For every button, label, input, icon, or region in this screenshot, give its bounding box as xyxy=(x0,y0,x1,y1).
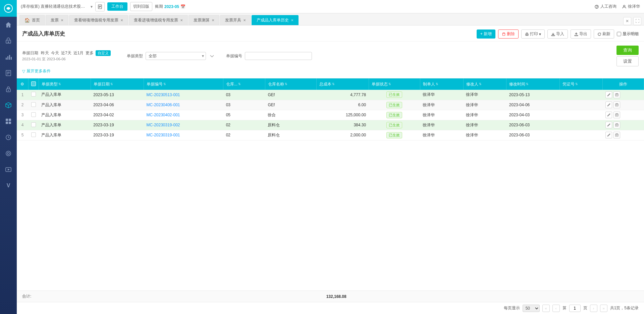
history-mode-button[interactable]: 切到旧版 xyxy=(130,2,152,11)
th-doc-status[interactable]: 单据状态 ⇅ xyxy=(369,78,420,90)
sidebar-item-more1[interactable] xyxy=(0,129,17,145)
sidebar-item-lock[interactable] xyxy=(0,81,17,97)
workbench-button[interactable]: 工作台 xyxy=(107,2,127,11)
support-button[interactable]: 人工咨询 xyxy=(594,4,616,9)
cell-docno-0[interactable]: MC-20230513-001 xyxy=(144,90,223,100)
th-settings[interactable]: ⚙ xyxy=(17,78,28,90)
tab-sales-vat-close[interactable]: ✕ xyxy=(120,18,123,22)
row-actions-3 xyxy=(605,122,641,128)
tab-invoice-open[interactable]: 发票开具 ✕ xyxy=(220,15,251,25)
cell-docno-1[interactable]: MC-20230406-001 xyxy=(144,100,223,110)
th-modify-time[interactable]: 修改时间 ⇅ xyxy=(506,78,559,90)
app-logo[interactable] xyxy=(0,0,17,17)
row-checkbox-4[interactable] xyxy=(31,132,36,137)
cell-docno-3[interactable]: MC-20230319-002 xyxy=(144,120,223,130)
query-button[interactable]: 查询 xyxy=(616,46,639,55)
company-dropdown-icon[interactable]: ▾ xyxy=(91,4,93,9)
delete-button[interactable]: 删除 xyxy=(498,29,519,39)
page-go-label: 算 xyxy=(562,305,567,311)
sidebar-item-home[interactable] xyxy=(0,17,17,33)
filter-doctype-select-wrap: 全部 产品入库单 xyxy=(146,52,206,60)
filter-more[interactable]: 更多 xyxy=(86,50,94,56)
refresh-button[interactable]: 刷新 xyxy=(594,29,614,39)
tab-invoice-calc-close[interactable]: ✕ xyxy=(212,18,214,22)
export-button[interactable]: 导出 xyxy=(571,29,591,39)
th-voucher-no[interactable]: 凭证号 ⇅ xyxy=(559,78,603,90)
th-warehouse[interactable]: 仓库... ⇅ xyxy=(223,78,265,90)
filter-yesterday[interactable]: 昨天 xyxy=(41,50,49,56)
import-button[interactable]: 导入 xyxy=(547,29,568,39)
page-first-btn[interactable]: « xyxy=(542,305,550,312)
tab-home[interactable]: 🏠 首页 xyxy=(19,15,45,25)
row-delete-btn-2[interactable] xyxy=(613,112,620,118)
th-doc-no[interactable]: 单据编号 ⇅ xyxy=(144,78,223,90)
sidebar-item-chart[interactable] xyxy=(0,49,17,65)
th-warehouse-name[interactable]: 仓库名称 ⇅ xyxy=(265,78,316,90)
user-menu[interactable]: 徐泽华 xyxy=(622,4,640,9)
row-delete-btn-4[interactable] xyxy=(613,132,620,138)
sidebar-item-grid[interactable] xyxy=(0,113,17,129)
page-next-btn[interactable]: › xyxy=(590,305,597,312)
sidebar-item-invoice[interactable] xyxy=(0,65,17,81)
row-edit-btn-3[interactable] xyxy=(605,122,612,128)
print-dropdown-icon[interactable]: ▾ xyxy=(539,32,541,37)
cell-docno-4[interactable]: MC-20230319-001 xyxy=(144,130,223,140)
period-calendar-icon[interactable]: 📅 xyxy=(180,4,185,9)
tab-expand[interactable]: ⛶ xyxy=(633,17,641,25)
row-delete-btn-3[interactable] xyxy=(613,122,620,128)
row-checkbox-0[interactable] xyxy=(31,92,36,97)
tab-invoice-open-close[interactable]: ✕ xyxy=(243,18,246,22)
filter-doctype-select[interactable]: 全部 产品入库单 xyxy=(146,52,206,60)
row-delete-btn-1[interactable] xyxy=(613,102,620,108)
th-creator[interactable]: 制单人 ⇅ xyxy=(420,78,463,90)
new-button[interactable]: + 新增 xyxy=(477,29,495,39)
th-doc-type[interactable]: 单据类型 ⇅ xyxy=(39,78,91,90)
header-checkbox[interactable] xyxy=(31,81,36,86)
page-size-select[interactable]: 50 100 200 xyxy=(523,305,540,312)
cell-docno-2[interactable]: MC-20230402-001 xyxy=(144,110,223,120)
row-edit-btn-4[interactable] xyxy=(605,132,612,138)
tab-product-inbound[interactable]: 产成品入库单历史 ✕ xyxy=(252,15,299,25)
tab-purchase-vat[interactable]: 查看进项增值税专用发票 ✕ xyxy=(129,15,188,25)
th-doc-date[interactable]: 单据日期 ⇅ xyxy=(91,78,144,90)
print-button[interactable]: 打印 ▾ xyxy=(521,29,545,39)
cell-warehouse-3: 02 xyxy=(223,120,265,130)
row-edit-btn-1[interactable] xyxy=(605,102,612,108)
tab-invoice-calc[interactable]: 发票测算 ✕ xyxy=(189,15,219,25)
filter-custom[interactable]: 自定义 xyxy=(96,50,111,56)
tab-close-all[interactable]: ✕ xyxy=(623,17,631,25)
filter-today[interactable]: 今天 xyxy=(51,50,59,56)
tab-invoice-close[interactable]: ✕ xyxy=(61,18,63,22)
svg-rect-15 xyxy=(9,119,11,121)
row-checkbox-2[interactable] xyxy=(31,112,36,117)
sidebar-item-inventory[interactable] xyxy=(0,97,17,113)
tab-invoice[interactable]: 发票 ✕ xyxy=(46,15,68,25)
sidebar-item-org[interactable] xyxy=(0,33,17,49)
row-checkbox-3[interactable] xyxy=(31,122,36,127)
page-input[interactable] xyxy=(569,305,581,312)
row-edit-btn-2[interactable] xyxy=(605,112,612,118)
tab-purchase-vat-close[interactable]: ✕ xyxy=(180,18,183,22)
cell-operation-4 xyxy=(603,130,644,140)
doc-icon-btn[interactable] xyxy=(95,2,105,11)
row-delete-btn-0[interactable] xyxy=(613,91,620,98)
filter-1month[interactable]: 近1月 xyxy=(73,50,84,56)
setting-button[interactable]: 设置 xyxy=(616,56,639,66)
sidebar-item-play[interactable] xyxy=(0,162,17,178)
sidebar-item-settings[interactable] xyxy=(0,145,17,162)
cell-voucherno-3 xyxy=(559,120,603,130)
th-total-cost[interactable]: 总成本 ⇅ xyxy=(317,78,369,90)
page-last-btn[interactable]: » xyxy=(600,305,607,312)
filter-docno-input[interactable] xyxy=(245,52,312,60)
show-detail-checkbox[interactable] xyxy=(617,32,621,36)
row-checkbox-1[interactable] xyxy=(31,102,36,107)
row-edit-btn-0[interactable] xyxy=(605,91,612,98)
filter-7days[interactable]: 近7天 xyxy=(61,50,71,56)
sidebar-item-v[interactable]: V xyxy=(0,178,17,194)
show-detail-checkbox-label[interactable]: 显示明细 xyxy=(617,31,639,37)
tab-sales-vat[interactable]: 查看销项增值税专用发票 ✕ xyxy=(69,15,128,25)
filter-expand[interactable]: ▽ 展开更多条件 xyxy=(22,68,639,74)
page-prev-btn[interactable]: ‹ xyxy=(552,305,560,312)
th-modifier[interactable]: 修改人 ⇅ xyxy=(463,78,506,90)
tab-product-inbound-close[interactable]: ✕ xyxy=(291,18,293,22)
